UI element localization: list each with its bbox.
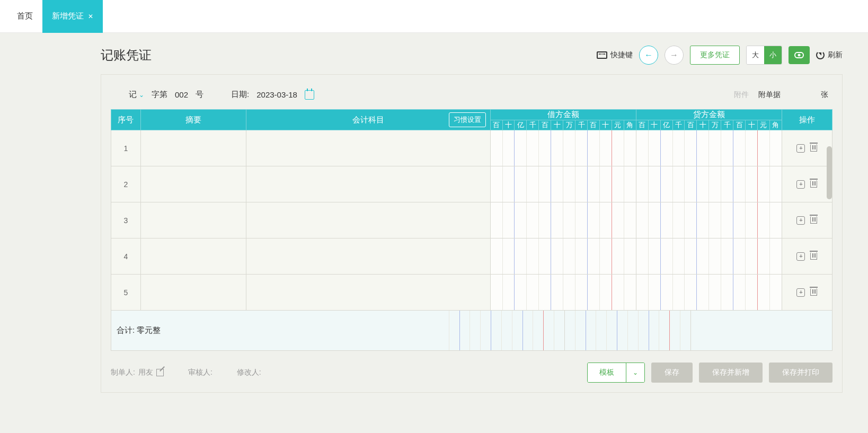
credit-digit-cell[interactable] [746, 275, 758, 311]
debit-digit-cell[interactable] [575, 202, 588, 238]
credit-digit-cell[interactable] [757, 275, 769, 311]
debit-digit-cell[interactable] [612, 166, 624, 202]
template-button[interactable]: 模板 ⌄ [587, 363, 645, 383]
summary-cell[interactable] [140, 275, 246, 311]
credit-digit-cell[interactable] [746, 202, 758, 238]
credit-digit-cell[interactable] [769, 275, 782, 311]
debit-digit-cell[interactable] [563, 166, 575, 202]
debit-digit-cell[interactable] [490, 130, 502, 166]
debit-digit-cell[interactable] [575, 238, 588, 275]
next-button[interactable]: → [665, 46, 684, 65]
tab-new-voucher[interactable]: 新增凭证 ✕ [42, 0, 103, 33]
credit-digit-cell[interactable] [672, 275, 685, 311]
debit-digit-cell[interactable] [515, 238, 527, 275]
summary-cell[interactable] [140, 130, 246, 166]
debit-digit-cell[interactable] [515, 202, 527, 238]
calendar-icon[interactable] [305, 90, 314, 100]
credit-digit-cell[interactable] [709, 275, 721, 311]
credit-digit-cell[interactable] [733, 238, 746, 275]
credit-digit-cell[interactable] [746, 130, 758, 166]
refresh-button[interactable]: 刷新 [816, 50, 843, 60]
delete-row-icon[interactable] [810, 216, 817, 224]
debit-digit-cell[interactable] [612, 238, 624, 275]
debit-digit-cell[interactable] [515, 275, 527, 311]
debit-digit-cell[interactable] [490, 275, 502, 311]
save-button[interactable]: 保存 [651, 363, 693, 383]
debit-digit-cell[interactable] [539, 130, 551, 166]
credit-digit-cell[interactable] [648, 166, 660, 202]
debit-digit-cell[interactable] [624, 202, 636, 238]
credit-digit-cell[interactable] [672, 166, 685, 202]
debit-digit-cell[interactable] [502, 275, 515, 311]
debit-digit-cell[interactable] [539, 238, 551, 275]
credit-digit-cell[interactable] [697, 275, 709, 311]
debit-digit-cell[interactable] [515, 166, 527, 202]
credit-digit-cell[interactable] [636, 166, 648, 202]
account-cell[interactable] [246, 238, 490, 275]
credit-digit-cell[interactable] [672, 130, 685, 166]
account-cell[interactable] [246, 130, 490, 166]
credit-digit-cell[interactable] [660, 130, 672, 166]
credit-digit-cell[interactable] [660, 166, 672, 202]
debit-digit-cell[interactable] [527, 238, 539, 275]
credit-digit-cell[interactable] [769, 166, 782, 202]
debit-digit-cell[interactable] [563, 275, 575, 311]
delete-row-icon[interactable] [810, 144, 817, 152]
debit-digit-cell[interactable] [575, 275, 588, 311]
debit-digit-cell[interactable] [575, 166, 588, 202]
voucher-number-input[interactable]: 002 [175, 90, 188, 99]
visibility-button[interactable] [789, 46, 810, 64]
credit-digit-cell[interactable] [636, 275, 648, 311]
credit-digit-cell[interactable] [733, 130, 746, 166]
credit-digit-cell[interactable] [648, 130, 660, 166]
debit-digit-cell[interactable] [551, 202, 563, 238]
credit-digit-cell[interactable] [721, 166, 733, 202]
debit-digit-cell[interactable] [502, 238, 515, 275]
add-row-icon[interactable] [796, 180, 805, 189]
date-value[interactable]: 2023-03-18 [256, 90, 297, 99]
credit-digit-cell[interactable] [648, 202, 660, 238]
debit-digit-cell[interactable] [490, 238, 502, 275]
debit-digit-cell[interactable] [502, 130, 515, 166]
add-row-icon[interactable] [796, 288, 805, 297]
credit-digit-cell[interactable] [733, 202, 746, 238]
more-vouchers-button[interactable]: 更多凭证 [690, 46, 740, 65]
credit-digit-cell[interactable] [660, 202, 672, 238]
credit-digit-cell[interactable] [685, 202, 697, 238]
delete-row-icon[interactable] [810, 252, 817, 260]
debit-digit-cell[interactable] [490, 202, 502, 238]
tab-home[interactable]: 首页 [7, 0, 42, 33]
account-cell[interactable] [246, 275, 490, 311]
edit-icon[interactable] [156, 369, 164, 376]
debit-digit-cell[interactable] [599, 238, 612, 275]
delete-row-icon[interactable] [810, 288, 817, 296]
debit-digit-cell[interactable] [599, 202, 612, 238]
credit-digit-cell[interactable] [746, 238, 758, 275]
account-cell[interactable] [246, 166, 490, 202]
debit-digit-cell[interactable] [624, 275, 636, 311]
credit-digit-cell[interactable] [685, 238, 697, 275]
debit-digit-cell[interactable] [515, 130, 527, 166]
credit-digit-cell[interactable] [636, 238, 648, 275]
debit-digit-cell[interactable] [551, 130, 563, 166]
credit-digit-cell[interactable] [672, 238, 685, 275]
debit-digit-cell[interactable] [539, 275, 551, 311]
debit-digit-cell[interactable] [490, 166, 502, 202]
debit-digit-cell[interactable] [563, 238, 575, 275]
credit-digit-cell[interactable] [721, 202, 733, 238]
debit-digit-cell[interactable] [551, 238, 563, 275]
prev-button[interactable]: ← [639, 46, 658, 65]
debit-digit-cell[interactable] [612, 130, 624, 166]
credit-digit-cell[interactable] [636, 130, 648, 166]
delete-row-icon[interactable] [810, 180, 817, 188]
credit-digit-cell[interactable] [697, 238, 709, 275]
credit-digit-cell[interactable] [721, 130, 733, 166]
credit-digit-cell[interactable] [697, 130, 709, 166]
credit-digit-cell[interactable] [709, 130, 721, 166]
add-row-icon[interactable] [796, 144, 805, 153]
debit-digit-cell[interactable] [599, 166, 612, 202]
debit-digit-cell[interactable] [502, 166, 515, 202]
credit-digit-cell[interactable] [709, 166, 721, 202]
credit-digit-cell[interactable] [757, 202, 769, 238]
debit-digit-cell[interactable] [588, 275, 600, 311]
